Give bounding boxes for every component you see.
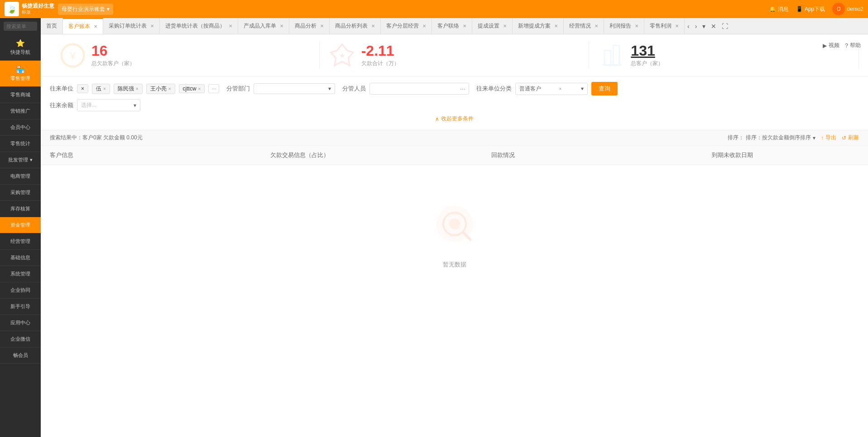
tab-business-status[interactable]: 经营情况 ✕ [564, 18, 604, 34]
stat-block-debtors: ¥ 16 总欠款客户（家） [50, 42, 320, 69]
tab-customer-mgmt[interactable]: 客户分层经营 ✕ [381, 18, 432, 34]
tab-close-icon[interactable]: ✕ [280, 24, 283, 28]
tab-close-icon[interactable]: ✕ [229, 24, 232, 28]
chevron-up-icon: ∧ [435, 116, 439, 122]
tab-close-icon[interactable]: ✕ [675, 24, 679, 28]
tab-maximize[interactable]: ⛶ [719, 23, 731, 30]
sidebar-item-inventory[interactable]: 库存核算 [0, 201, 41, 217]
export-button[interactable]: ↑ 导出 [821, 134, 836, 142]
tab-label: 进货单统计表（按商品） [165, 22, 225, 30]
tab-new-promote[interactable]: 新增提成方案 ✕ [513, 18, 564, 34]
app-download-button[interactable]: 📱 App下载 [796, 5, 825, 13]
chevron-down-icon: ▾ [328, 86, 331, 92]
tab-production[interactable]: 产成品入库单 ✕ [238, 18, 289, 34]
tab-close-icon[interactable]: ✕ [595, 24, 598, 28]
tab-stock-stat[interactable]: 进货单统计表（按商品） ✕ [160, 18, 238, 34]
sidebar-item-marketing[interactable]: 营销推广 [0, 103, 41, 119]
empty-state: 暂无数据 [41, 165, 868, 305]
tab-nav-right[interactable]: › [692, 23, 700, 30]
sidebar-item-system[interactable]: 系统管理 [0, 266, 41, 282]
tabs-bar: 首页 客户账本 ✕ 采购订单统计表 ✕ 进货单统计表（按商品） ✕ 产成品入库单… [41, 18, 868, 34]
filter-select-person[interactable]: ··· [369, 83, 469, 95]
sidebar-item-label: 快捷导航 [10, 49, 30, 56]
filter-select-dept[interactable]: ▾ [254, 83, 335, 94]
tab-account[interactable]: 客户账本 ✕ [63, 18, 103, 34]
sidebar-item-label: 系统管理 [10, 271, 30, 277]
sidebar-item-label: 资金管理 [10, 222, 30, 228]
sidebar-item-retail-mall[interactable]: 零售商城 [0, 87, 41, 103]
export-icon: ↑ [821, 135, 824, 141]
filter-tag-close-wu[interactable]: × [103, 86, 106, 91]
sidebar-item-label: 畅会员 [13, 352, 28, 359]
tab-close-icon[interactable]: ✕ [635, 24, 638, 28]
tab-purchase-order[interactable]: 采购订单统计表 ✕ [103, 18, 160, 34]
message-button[interactable]: 🔔 消息 [769, 5, 789, 13]
sidebar-item-batch[interactable]: 批发管理 ▾ [0, 152, 41, 168]
sidebar-item-retail-stat[interactable]: 零售统计 [0, 136, 41, 152]
sidebar-item-label: 采购管理 [10, 189, 30, 196]
tab-close-all[interactable]: ✕ [708, 23, 719, 30]
logo-area: 🍃 畅捷通好生意 标版 [5, 2, 54, 16]
svg-rect-5 [613, 45, 619, 65]
filter-more-button[interactable]: ··· [208, 84, 219, 93]
tab-label: 提成设置 [478, 22, 499, 30]
empty-icon [432, 201, 477, 255]
tab-close-icon[interactable]: ✕ [320, 24, 324, 28]
tab-close-icon[interactable]: ✕ [463, 24, 466, 28]
sidebar-item-appcenter[interactable]: 应用中心 [0, 315, 41, 331]
tab-analysis-list[interactable]: 商品分析列表 ✕ [330, 18, 381, 34]
star-icon: ⭐ [16, 39, 25, 48]
tab-customer-contact[interactable]: 客户联络 ✕ [432, 18, 472, 34]
sidebar-item-member[interactable]: 会员中心 [0, 119, 41, 136]
col-customer-info: 客户信息 [50, 151, 270, 159]
filter-tag-close-wang[interactable]: × [168, 86, 171, 91]
stat-number-total-customers: 131 [631, 43, 663, 58]
stat-block-total-customers: 131 总客户（家） [589, 42, 859, 69]
tab-close-icon[interactable]: ✕ [422, 24, 426, 28]
tab-promote-settings[interactable]: 提成设置 ✕ [472, 18, 513, 34]
sidebar-item-quicknav[interactable]: ⭐ 快捷导航 [0, 34, 41, 61]
tab-close-icon[interactable]: ✕ [371, 24, 375, 28]
filter-select-category[interactable]: 普通客户 × ▾ [515, 83, 588, 95]
tab-label: 客户账本 [68, 23, 90, 30]
sort-select[interactable]: 排序： 排序：按欠款金额倒序排序 ▾ [728, 134, 815, 142]
sidebar-item-finance[interactable]: 资金管理 [0, 217, 41, 233]
sidebar-item-wxwork[interactable]: 企业微信 [0, 331, 41, 347]
sidebar-item-retail[interactable]: 🏪 零售管理 [0, 61, 41, 87]
tab-nav-menu[interactable]: ▾ [700, 23, 708, 30]
filter-select-balance[interactable]: 选择... ▾ [77, 99, 140, 111]
sidebar-item-ecommerce[interactable]: 电商管理 [0, 168, 41, 185]
tab-close-icon[interactable]: ✕ [94, 24, 97, 29]
help-button[interactable]: ? 帮助 [845, 42, 861, 49]
sidebar-item-purchase[interactable]: 采购管理 [0, 185, 41, 201]
col-debt-info: 欠款交易信息（占比） [270, 151, 491, 159]
sidebar-item-operation[interactable]: 经营管理 [0, 233, 41, 250]
sidebar-item-basic[interactable]: 基础信息 [0, 250, 41, 266]
user-menu[interactable]: D demo2 [832, 3, 863, 15]
tab-nav-left[interactable]: ‹ [685, 23, 692, 30]
sidebar-item-newguide[interactable]: 新手引导 [0, 299, 41, 315]
tab-profit-report[interactable]: 利润报告 ✕ [604, 18, 644, 34]
tab-analysis[interactable]: 商品分析 ✕ [289, 18, 330, 34]
video-button[interactable]: ▶ 视频 [823, 42, 839, 49]
filter-tag-close-cjttcw[interactable]: × [198, 86, 201, 91]
filter-category-tag-close[interactable]: × [559, 86, 561, 91]
collapse-button[interactable]: ∧ 收起更多条件 [50, 115, 859, 123]
logo-text-block: 畅捷通好生意 标版 [22, 3, 54, 15]
filter-tag-unit-chen: 陈民强 × [114, 84, 143, 94]
sidebar-item-vip[interactable]: 畅会员 [0, 347, 41, 364]
tab-close-icon[interactable]: ✕ [150, 24, 154, 28]
sort-value: 排序：按欠款金额倒序排序 [746, 134, 811, 142]
tab-home[interactable]: 首页 [41, 18, 63, 34]
tab-retail-profit[interactable]: 零售利润 ✕ [644, 18, 685, 34]
sidebar-item-corp[interactable]: 企业协同 [0, 282, 41, 299]
video-label: 视频 [829, 42, 839, 49]
account-selector[interactable]: 母婴行业演示账套 ▾ [58, 4, 113, 15]
search-button[interactable]: 查询 [591, 82, 618, 95]
export-label: 导出 [825, 134, 836, 142]
tab-close-icon[interactable]: ✕ [554, 24, 558, 28]
filter-tag-close-chen[interactable]: × [136, 86, 139, 91]
search-input[interactable] [4, 22, 37, 31]
tab-close-icon[interactable]: ✕ [503, 24, 507, 28]
refresh-button[interactable]: ↺ 刷新 [842, 134, 859, 142]
